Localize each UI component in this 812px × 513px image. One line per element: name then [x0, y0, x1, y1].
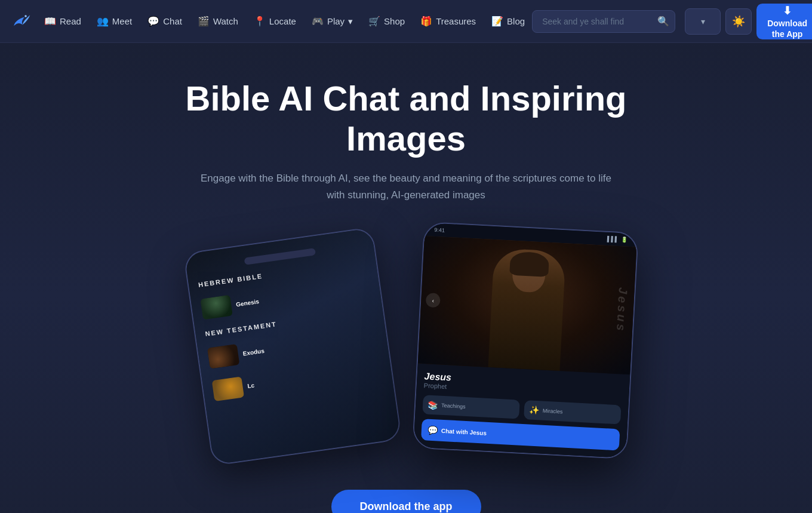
cta-section: Download the app	[331, 490, 481, 513]
chevron-down-icon: ▾	[701, 17, 705, 26]
download-app-button[interactable]: ⬇ Download the App	[756, 4, 812, 39]
blog-icon: 📝	[491, 16, 503, 27]
nav-link-watch[interactable]: 🎬 Watch	[190, 11, 245, 32]
theme-toggle-button[interactable]: ☀️	[725, 8, 752, 35]
chat-icon: 💬	[147, 16, 159, 27]
phone-bottom-area: Jesus Prophet 📚 Teachings ✨ Miracles	[413, 363, 630, 457]
miracles-button[interactable]: ✨ Miracles	[524, 400, 621, 424]
locate-icon: 📍	[254, 16, 266, 27]
search-input[interactable]	[532, 10, 675, 33]
phone-jesus-image: Jesus ‹	[418, 236, 637, 374]
nav-link-meet[interactable]: 👥 Meet	[90, 11, 139, 32]
nav-links: 📖 Read 👥 Meet 💬 Chat 🎬 Watch 📍 Locate 🎮 …	[37, 11, 532, 32]
shop-icon: 🛒	[368, 16, 380, 27]
jesus-watermark: Jesus	[614, 287, 630, 333]
hero-section: Bible AI Chat and Inspiring Images Engag…	[0, 43, 812, 513]
exodus-thumb	[207, 344, 239, 369]
svg-point-0	[24, 15, 27, 17]
meet-icon: 👥	[97, 16, 109, 27]
hero-download-button[interactable]: Download the app	[331, 490, 481, 513]
nav-link-read[interactable]: 📖 Read	[37, 11, 88, 32]
download-icon: ⬇	[783, 4, 792, 17]
phone-time: 9:41	[434, 227, 445, 234]
phone-back-screen: HEBREW BIBLE Genesis NEW TESTAMENT	[184, 228, 401, 465]
search-icon: 🔍	[657, 16, 669, 27]
chat-icon-phone: 💬	[427, 425, 438, 435]
play-dropdown-arrow: ▾	[348, 16, 353, 27]
battery-icon: 🔋	[621, 236, 628, 243]
search-button[interactable]: 🔍	[657, 16, 669, 27]
navbar: 📖 Read 👥 Meet 💬 Chat 🎬 Watch 📍 Locate 🎮 …	[0, 0, 812, 43]
phone-back: HEBREW BIBLE Genesis NEW TESTAMENT	[183, 226, 402, 466]
nav-link-treasures[interactable]: 🎁 Treasures	[413, 11, 483, 32]
chat-jesus-button[interactable]: 💬 Chat with Jesus	[421, 419, 620, 450]
search-wrapper: 🔍	[532, 10, 675, 33]
nav-link-chat[interactable]: 💬 Chat	[140, 11, 189, 32]
watch-icon: 🎬	[198, 16, 210, 27]
signal-icon: ▌▌▌	[607, 236, 619, 242]
read-icon: 📖	[44, 16, 56, 27]
nav-link-shop[interactable]: 🛒 Shop	[361, 11, 412, 32]
nav-link-play[interactable]: 🎮 Play ▾	[304, 11, 360, 32]
teachings-icon: 📚	[427, 400, 438, 410]
play-icon: 🎮	[312, 16, 324, 27]
nav-extra-buttons: ▾ ☀️ ⬇ Download the App 💬	[685, 4, 812, 39]
nav-link-locate[interactable]: 📍 Locate	[247, 11, 303, 32]
nav-link-blog[interactable]: 📝 Blog	[484, 11, 532, 32]
phone-front: 9:41 ▌▌▌ 🔋	[412, 222, 638, 459]
lc-thumb	[212, 376, 244, 401]
action-buttons-grid: 📚 Teachings ✨ Miracles 💬 Chat with Jesus	[421, 395, 622, 450]
teachings-button[interactable]: 📚 Teachings	[422, 395, 519, 419]
phones-container: HEBREW BIBLE Genesis NEW TESTAMENT	[179, 227, 633, 454]
nav-logo[interactable]	[10, 11, 31, 32]
treasures-icon: 🎁	[420, 16, 432, 27]
genesis-thumb	[200, 295, 232, 320]
search-container: 🔍 ▾ ☀️ ⬇ Download the App 💬	[532, 4, 812, 39]
phone-front-screen: 9:41 ▌▌▌ 🔋	[413, 223, 637, 458]
hero-subtitle: Engage with the Bible through AI, see th…	[191, 170, 621, 202]
language-dropdown-button[interactable]: ▾	[685, 8, 721, 35]
miracles-icon: ✨	[528, 405, 539, 415]
hero-title: Bible AI Chat and Inspiring Images	[137, 79, 675, 158]
sun-icon: ☀️	[732, 15, 745, 28]
